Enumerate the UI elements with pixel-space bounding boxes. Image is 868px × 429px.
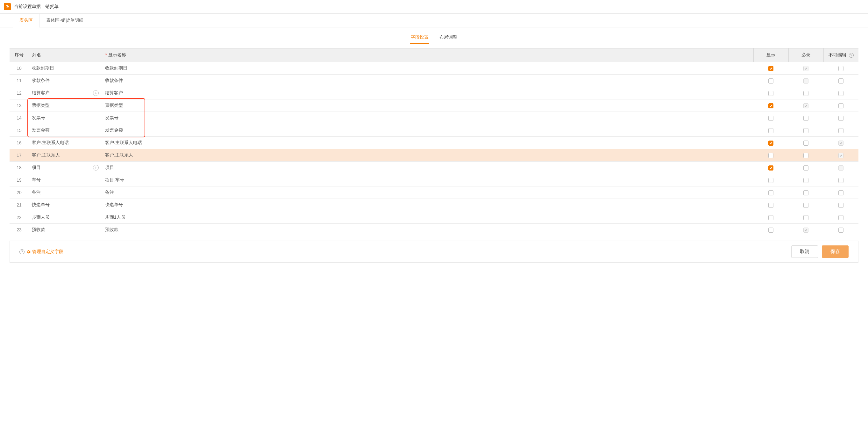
checkbox-show[interactable]: [768, 165, 773, 171]
cell-show: [753, 224, 788, 236]
cell-show: [753, 75, 788, 87]
checkbox-noedit[interactable]: [838, 178, 843, 183]
manage-custom-fields-text: 管理自定义字段: [32, 249, 63, 255]
checkbox-required[interactable]: [803, 141, 808, 146]
checkbox-required[interactable]: [803, 190, 808, 195]
cell-seq: 10: [9, 62, 29, 75]
col-header-noedit-text: 不可编辑: [829, 52, 846, 57]
cell-noedit: [824, 75, 859, 87]
checkbox-noedit[interactable]: [838, 116, 843, 121]
cell-show: [753, 174, 788, 187]
cell-display[interactable]: 收款条件: [102, 75, 753, 87]
checkbox-noedit[interactable]: [838, 228, 843, 233]
checkbox-show[interactable]: [768, 103, 773, 108]
cell-name: 结算客户+: [29, 87, 102, 99]
col-header-display-text: 显示名称: [108, 52, 126, 57]
cell-seq: 16: [9, 137, 29, 149]
cell-show: [753, 87, 788, 99]
checkbox-show[interactable]: [768, 78, 773, 84]
sub-tab-0[interactable]: 字段设置: [410, 32, 429, 44]
cell-show: [753, 199, 788, 211]
checkbox-required[interactable]: [803, 153, 808, 158]
cell-required: [788, 112, 824, 124]
checkbox-show[interactable]: [768, 203, 773, 208]
sub-tabs: 字段设置布局调整: [0, 27, 868, 44]
expand-button[interactable]: [4, 3, 11, 10]
cell-required: [788, 162, 824, 174]
save-button[interactable]: 保存: [822, 246, 848, 258]
checkbox-noedit[interactable]: [838, 103, 843, 108]
tab-0[interactable]: 表头区: [13, 13, 39, 27]
plus-icon[interactable]: +: [93, 90, 99, 96]
checkbox-required[interactable]: [803, 215, 808, 220]
cell-display[interactable]: 项目.车号: [102, 174, 753, 187]
checkbox-show[interactable]: [768, 153, 773, 158]
question-icon[interactable]: ?: [20, 249, 25, 254]
cell-display[interactable]: 发票号: [102, 112, 753, 124]
cell-display[interactable]: 票据类型: [102, 99, 753, 112]
cell-display[interactable]: 客户.主联系人: [102, 149, 753, 162]
cell-display[interactable]: 备注: [102, 187, 753, 199]
checkbox-noedit[interactable]: [838, 128, 843, 133]
cell-required: [788, 211, 824, 224]
checkbox-required[interactable]: [803, 91, 808, 96]
cell-seq: 21: [9, 199, 29, 211]
checkbox-noedit[interactable]: [838, 203, 843, 208]
cell-noedit: [824, 87, 859, 99]
cell-show: [753, 187, 788, 199]
cell-show: [753, 162, 788, 174]
checkbox-required[interactable]: [803, 165, 808, 171]
cell-display[interactable]: 发票金额: [102, 124, 753, 137]
cell-seq: 18: [9, 162, 29, 174]
checkbox-show[interactable]: [768, 228, 773, 233]
chevron-right-icon: [5, 5, 9, 9]
cell-display[interactable]: 结算客户: [102, 87, 753, 99]
checkbox-show[interactable]: [768, 91, 773, 96]
cell-seq: 19: [9, 174, 29, 187]
checkbox-show[interactable]: [768, 66, 773, 71]
checkbox-show[interactable]: [768, 116, 773, 121]
checkbox-required[interactable]: [803, 178, 808, 183]
field-table: 序号 列名 *显示名称 显示 必录 不可编辑 ? 10收款到期日收款到期日11收…: [9, 48, 859, 236]
checkbox-required[interactable]: [803, 116, 808, 121]
manage-custom-fields-link[interactable]: 管理自定义字段: [26, 249, 63, 255]
tab-1[interactable]: 表体区-销货单明细: [39, 13, 90, 27]
cell-name: 车号: [29, 174, 102, 187]
cell-show: [753, 137, 788, 149]
table-row: 10收款到期日收款到期日: [9, 62, 859, 75]
cell-required: [788, 124, 824, 137]
cell-display[interactable]: 快递单号: [102, 199, 753, 211]
checkbox-show[interactable]: [768, 215, 773, 220]
checkbox-noedit: [838, 165, 843, 171]
cell-display[interactable]: 项目: [102, 162, 753, 174]
page-header: 当前设置单据：销货单: [0, 0, 868, 14]
checkbox-noedit[interactable]: [838, 78, 843, 84]
cell-name: 客户.主联系人电话: [29, 137, 102, 149]
cell-name: 备注: [29, 187, 102, 199]
checkbox-required[interactable]: [803, 128, 808, 133]
checkbox-show[interactable]: [768, 128, 773, 133]
main-tabs: 表头区表体区-销货单明细: [0, 13, 868, 27]
cell-required: [788, 174, 824, 187]
checkbox-noedit: [838, 153, 843, 158]
cell-display[interactable]: 客户.主联系人电话: [102, 137, 753, 149]
cell-noedit: [824, 137, 859, 149]
table-row: 23预收款预收款: [9, 224, 859, 236]
checkbox-noedit[interactable]: [838, 215, 843, 220]
cell-display[interactable]: 预收款: [102, 224, 753, 236]
help-icon[interactable]: ?: [849, 53, 854, 58]
cell-display[interactable]: 收款到期日: [102, 62, 753, 75]
checkbox-required[interactable]: [803, 203, 808, 208]
cell-noedit: [824, 211, 859, 224]
checkbox-noedit[interactable]: [838, 91, 843, 96]
checkbox-show[interactable]: [768, 141, 773, 146]
checkbox-noedit[interactable]: [838, 190, 843, 195]
cell-display[interactable]: 步骤1人员: [102, 211, 753, 224]
sub-tab-1[interactable]: 布局调整: [439, 32, 458, 44]
checkbox-show[interactable]: [768, 178, 773, 183]
table-row: 13票据类型票据类型: [9, 99, 859, 112]
cancel-button[interactable]: 取消: [791, 246, 818, 258]
checkbox-show[interactable]: [768, 190, 773, 195]
plus-icon[interactable]: +: [93, 165, 99, 171]
checkbox-noedit[interactable]: [838, 66, 843, 71]
